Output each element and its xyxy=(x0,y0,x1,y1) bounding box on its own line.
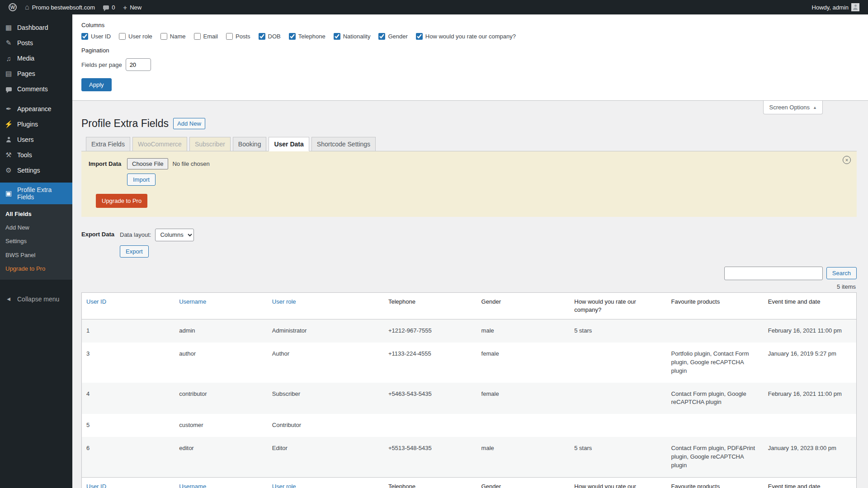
import-button[interactable]: Import xyxy=(127,174,156,186)
submenu-item-settings[interactable]: Settings xyxy=(0,235,72,248)
close-icon[interactable]: × xyxy=(843,156,851,164)
sort-username-footer[interactable]: Username xyxy=(179,483,206,488)
comments-link[interactable]: 0 xyxy=(99,0,119,14)
sidebar-item-posts[interactable]: ✎ Posts xyxy=(0,35,72,51)
submenu-item-add-new[interactable]: Add New xyxy=(0,221,72,235)
table-cell: author xyxy=(175,343,268,383)
column-checkbox-dob[interactable]: DOB xyxy=(259,33,281,40)
tab-subscriber[interactable]: Subscriber xyxy=(189,137,231,151)
profile-extra-fields-submenu: All Fields Add New Settings BWS Panel Up… xyxy=(0,204,72,280)
checkbox-input[interactable] xyxy=(416,33,423,40)
checkbox-input[interactable] xyxy=(334,33,340,40)
column-checkbox-rate-company[interactable]: How would you rate our company? xyxy=(416,33,516,40)
table-row: 1 admin Administrator +1212-967-7555 mal… xyxy=(82,319,857,343)
choose-file-button[interactable]: Choose File xyxy=(127,158,168,169)
sidebar-item-settings[interactable]: ⚙ Settings xyxy=(0,163,72,178)
checkbox-input[interactable] xyxy=(378,33,385,40)
table-cell: +1212-967-7555 xyxy=(384,319,477,343)
checkbox-input[interactable] xyxy=(119,33,126,40)
column-checkbox-nationality[interactable]: Nationality xyxy=(334,33,371,40)
table-cell: Contributor xyxy=(268,414,384,437)
table-cell: 6 xyxy=(82,437,175,477)
checkbox-input[interactable] xyxy=(259,33,265,40)
table-cell: Contact Form plugin, Google reCAPTCHA pl… xyxy=(667,383,764,414)
submenu-item-bws-panel[interactable]: BWS Panel xyxy=(0,249,72,262)
sort-username[interactable]: Username xyxy=(179,298,206,305)
sort-user-id-footer[interactable]: User ID xyxy=(86,483,106,488)
sidebar-item-label: Dashboard xyxy=(17,24,48,31)
submenu-item-upgrade-to-pro[interactable]: Upgrade to Pro xyxy=(0,262,72,276)
user-data-table: User ID Username User role Telephone Gen… xyxy=(81,292,857,488)
checkbox-input[interactable] xyxy=(81,33,88,40)
tabs-bar: Extra Fields WooCommerce Subscriber Book… xyxy=(81,137,857,151)
sidebar-item-plugins[interactable]: ⚡ Plugins xyxy=(0,117,72,132)
fields-per-page-input[interactable] xyxy=(126,58,151,71)
column-checkbox-name[interactable]: Name xyxy=(160,33,186,40)
sidebar-item-profile-extra-fields[interactable]: ▣ Profile Extra Fields xyxy=(0,183,72,204)
upgrade-to-pro-button[interactable]: Upgrade to Pro xyxy=(96,194,147,208)
apply-button[interactable]: Apply xyxy=(81,78,112,91)
checkbox-label: Gender xyxy=(388,33,407,40)
table-cell: 4 xyxy=(82,383,175,414)
column-checkbox-posts[interactable]: Posts xyxy=(226,33,250,40)
table-cell: admin xyxy=(175,319,268,343)
fields-per-page-label: Fields per page xyxy=(81,61,122,68)
sort-user-role[interactable]: User role xyxy=(272,298,296,305)
sidebar-item-label: Media xyxy=(17,55,34,62)
search-button[interactable]: Search xyxy=(826,267,857,279)
column-checkbox-gender[interactable]: Gender xyxy=(378,33,407,40)
new-content-link[interactable]: + New xyxy=(119,0,146,14)
person-icon xyxy=(853,5,858,10)
checkbox-input[interactable] xyxy=(226,33,233,40)
sidebar-item-media[interactable]: ♫ Media xyxy=(0,51,72,66)
checkbox-label: How would you rate our company? xyxy=(425,33,516,40)
sidebar-item-comments[interactable]: Comments xyxy=(0,81,72,97)
sort-user-role-footer[interactable]: User role xyxy=(272,483,296,488)
sidebar-item-dashboard[interactable]: ▦ Dashboard xyxy=(0,20,72,35)
add-new-button[interactable]: Add New xyxy=(173,118,205,129)
new-label: New xyxy=(130,4,142,11)
tab-booking[interactable]: Booking xyxy=(233,137,267,151)
collapse-menu-button[interactable]: ◀ Collapse menu xyxy=(0,291,72,307)
sidebar-item-label: Appearance xyxy=(17,105,52,113)
screen-options-toggle[interactable]: Screen Options ▲ xyxy=(763,101,823,114)
data-layout-select[interactable]: Columns xyxy=(155,229,194,241)
table-cell: Portfolio plugin, Contact Form plugin, G… xyxy=(667,343,764,383)
sidebar-item-label: Tools xyxy=(17,151,32,159)
site-name-link[interactable]: ⌂ Promo bestwebsoft.com xyxy=(21,0,99,14)
sidebar-item-users[interactable]: Users xyxy=(0,132,72,147)
sort-user-id[interactable]: User ID xyxy=(86,298,106,305)
column-checkbox-user-role[interactable]: User role xyxy=(119,33,152,40)
column-checkbox-user-id[interactable]: User ID xyxy=(81,33,111,40)
checkbox-label: Posts xyxy=(236,33,250,40)
column-checkbox-email[interactable]: Email xyxy=(194,33,218,40)
tab-extra-fields[interactable]: Extra Fields xyxy=(86,137,130,151)
account-menu[interactable]: Howdy, admin xyxy=(808,0,863,14)
tab-shortcode-settings[interactable]: Shortcode Settings xyxy=(311,137,376,151)
tab-woocommerce[interactable]: WooCommerce xyxy=(132,137,187,151)
column-checkbox-telephone[interactable]: Telephone xyxy=(289,33,326,40)
tab-user-data[interactable]: User Data xyxy=(269,137,309,151)
search-input[interactable] xyxy=(724,267,823,280)
footer-event-time: Event time and date xyxy=(764,477,857,488)
table-row: 6 editor Editor +5513-548-5435 male 5 st… xyxy=(82,437,857,477)
sidebar-item-tools[interactable]: ⚒ Tools xyxy=(0,147,72,163)
checkbox-input[interactable] xyxy=(194,33,201,40)
table-cell: Contact Form plugin, PDF&Print plugin, G… xyxy=(667,437,764,477)
collapse-arrow-icon: ◀ xyxy=(4,296,13,301)
checkbox-label: Nationality xyxy=(343,33,371,40)
table-cell: Editor xyxy=(268,437,384,477)
export-button[interactable]: Export xyxy=(120,245,149,258)
sidebar-item-appearance[interactable]: ✒ Appearance xyxy=(0,101,72,117)
export-data-section: Export Data Data layout: Columns Export xyxy=(81,229,857,258)
appearance-icon: ✒ xyxy=(4,105,13,113)
checkbox-input[interactable] xyxy=(160,33,167,40)
table-cell: 5 stars xyxy=(570,319,666,343)
submenu-item-all-fields[interactable]: All Fields xyxy=(0,207,72,221)
wordpress-logo[interactable]: W xyxy=(5,0,21,14)
sidebar-item-label: Settings xyxy=(17,167,40,174)
checkbox-input[interactable] xyxy=(289,33,296,40)
admin-bar-left: W ⌂ Promo bestwebsoft.com 0 + New xyxy=(5,0,146,14)
sidebar-item-pages[interactable]: ▤ Pages xyxy=(0,66,72,81)
table-footer-row: User ID Username User role Telephone Gen… xyxy=(82,477,857,488)
